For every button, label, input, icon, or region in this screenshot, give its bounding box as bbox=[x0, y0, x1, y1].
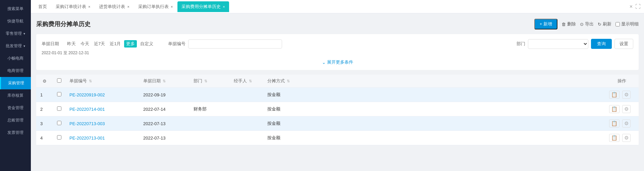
window-maximize-icon[interactable]: ⛶ bbox=[635, 4, 641, 10]
doc-number-label: 单据编号 bbox=[168, 41, 185, 47]
window-close-icon[interactable]: × bbox=[630, 4, 633, 10]
sidebar: 搜索菜单快捷导航零售管理 ▾批发管理 ▾小畅电商电商管理采购管理库存核算资金管理… bbox=[0, 0, 31, 171]
view-icon[interactable]: 📋 bbox=[609, 105, 620, 113]
table-header: ⚙单据编号 ⇅单据日期 ⇅部门 ⇅经手人 ⇅分摊方式 ⇅操作 bbox=[36, 75, 639, 88]
export-button[interactable]: ⊙ 导出 bbox=[580, 21, 594, 27]
row-checkbox[interactable] bbox=[57, 135, 61, 140]
main-content: 首页采购订单统计表×进货单统计表×采购订单执行表×采购费用分摊单历史× × ⛶ … bbox=[31, 0, 644, 171]
sort-icon-date: ⇅ bbox=[162, 79, 166, 83]
date-option-yesterday[interactable]: 昨天 bbox=[66, 40, 77, 48]
page-content: 采购费用分摊单历史 + 新增 🗑 删除 ⊙ 导出 ↻ 刷新 显示明细 bbox=[31, 13, 644, 171]
sidebar-item-quick[interactable]: 快捷导航 bbox=[0, 15, 31, 27]
th-doc_number[interactable]: 单据编号 ⇅ bbox=[65, 75, 139, 88]
dept-select[interactable] bbox=[528, 39, 588, 49]
cell-num: 1 bbox=[36, 88, 53, 102]
tab-close-icon[interactable]: × bbox=[88, 5, 90, 9]
tab-label: 采购费用分摊单历史 bbox=[181, 4, 221, 10]
cell-check[interactable] bbox=[53, 88, 65, 102]
add-button[interactable]: + 新增 bbox=[534, 19, 557, 29]
th-action: 操作 bbox=[605, 75, 639, 88]
cell-date: 2022-09-19 bbox=[139, 88, 190, 102]
show-brief-checkbox[interactable] bbox=[615, 22, 620, 26]
cell-doc-number[interactable]: PE-20220713-001 bbox=[65, 131, 139, 145]
tab-purchase-receive-stats[interactable]: 进货单统计表× bbox=[95, 1, 133, 12]
delete-icon: 🗑 bbox=[561, 22, 566, 27]
tab-label: 首页 bbox=[38, 4, 47, 10]
cell-doc-number[interactable]: PE-20220714-001 bbox=[65, 102, 139, 116]
tab-purchase-order-stats[interactable]: 采购订单统计表× bbox=[52, 1, 94, 12]
doc-number-link[interactable]: PE-20220919-002 bbox=[69, 92, 105, 97]
date-range-display: 2022-01-01 至 2022-12-31 bbox=[42, 50, 633, 56]
search-button[interactable]: 查询 bbox=[591, 39, 612, 49]
sidebar-item-accounting[interactable]: 总账管理 bbox=[0, 114, 31, 126]
tab-close-icon[interactable]: × bbox=[223, 5, 225, 9]
filter-row-1: 单据日期 昨天今天近7天近1月更多自定义 单据编号 部门 查询 设置 bbox=[42, 39, 633, 49]
cell-split-method: 按金额 bbox=[263, 88, 605, 102]
chevron-down-icon: ▾ bbox=[22, 32, 25, 35]
doc-number-link[interactable]: PE-20220714-001 bbox=[69, 107, 105, 112]
more-icon[interactable]: ⚙ bbox=[622, 105, 631, 113]
cell-check[interactable] bbox=[53, 116, 65, 131]
date-quick-options: 昨天今天近7天近1月更多自定义 bbox=[66, 40, 155, 48]
tab-purchase-order-exec[interactable]: 采购订单执行表× bbox=[134, 1, 177, 12]
sidebar-item-mini[interactable]: 小畅电商 bbox=[0, 52, 31, 65]
tab-bar: 首页采购订单统计表×进货单统计表×采购订单执行表×采购费用分摊单历史× × ⛶ bbox=[31, 0, 644, 13]
cell-handler bbox=[230, 88, 263, 102]
dept-label: 部门 bbox=[517, 41, 525, 47]
show-brief-checkbox-label[interactable]: 显示明细 bbox=[615, 21, 639, 27]
date-option-more[interactable]: 更多 bbox=[124, 40, 137, 48]
row-checkbox[interactable] bbox=[57, 92, 61, 96]
sidebar-item-invoice[interactable]: 发票管理 bbox=[0, 126, 31, 139]
tab-purchase-cost-history[interactable]: 采购费用分摊单历史× bbox=[177, 1, 229, 12]
cell-check[interactable] bbox=[53, 131, 65, 145]
expand-more-btn[interactable]: ⌄ 展开更多条件 bbox=[322, 59, 353, 65]
cell-action: 📋 ⚙ bbox=[605, 116, 639, 131]
more-icon[interactable]: ⚙ bbox=[622, 134, 631, 142]
data-table-container: ⚙单据编号 ⇅单据日期 ⇅部门 ⇅经手人 ⇅分摊方式 ⇅操作 1PE-20220… bbox=[36, 75, 639, 145]
view-icon[interactable]: 📋 bbox=[609, 119, 620, 127]
select-all-checkbox[interactable] bbox=[57, 78, 61, 83]
th-dept[interactable]: 部门 ⇅ bbox=[190, 75, 230, 88]
sidebar-item-retail[interactable]: 零售管理 ▾ bbox=[0, 27, 31, 40]
page-header: 采购费用分摊单历史 + 新增 🗑 删除 ⊙ 导出 ↻ 刷新 显示明细 bbox=[36, 19, 639, 29]
sidebar-item-ecommerce[interactable]: 电商管理 bbox=[0, 65, 31, 77]
date-option-today[interactable]: 今天 bbox=[79, 40, 91, 48]
refresh-icon: ↻ bbox=[598, 22, 601, 27]
doc-number-link[interactable]: PE-20220713-003 bbox=[69, 121, 105, 126]
cell-dept bbox=[190, 131, 230, 145]
date-filter-label: 单据日期 bbox=[42, 41, 59, 47]
cell-doc-number[interactable]: PE-20220713-003 bbox=[65, 116, 139, 131]
date-option-custom[interactable]: 自定义 bbox=[139, 40, 155, 48]
view-icon[interactable]: 📋 bbox=[609, 134, 620, 142]
tab-home[interactable]: 首页 bbox=[34, 1, 51, 12]
more-icon[interactable]: ⚙ bbox=[622, 119, 631, 127]
doc-number-filter: 单据编号 bbox=[168, 39, 282, 49]
window-actions: × ⛶ bbox=[630, 4, 641, 10]
th-split_method[interactable]: 分摊方式 ⇅ bbox=[263, 75, 605, 88]
row-checkbox[interactable] bbox=[57, 106, 61, 111]
sidebar-item-purchase[interactable]: 采购管理 bbox=[0, 77, 31, 89]
tab-close-icon[interactable]: × bbox=[171, 5, 173, 9]
sidebar-item-inventory[interactable]: 库存核算 bbox=[0, 89, 31, 102]
th-check bbox=[53, 75, 65, 88]
th-handler[interactable]: 经手人 ⇅ bbox=[230, 75, 263, 88]
tab-close-icon[interactable]: × bbox=[127, 5, 129, 9]
date-option-last1month[interactable]: 近1月 bbox=[108, 40, 122, 48]
sidebar-item-search[interactable]: 搜索菜单 bbox=[0, 3, 31, 15]
refresh-button[interactable]: ↻ 刷新 bbox=[598, 21, 611, 27]
gear-icon[interactable]: ⚙ bbox=[43, 79, 47, 84]
setting-button[interactable]: 设置 bbox=[614, 39, 633, 49]
cell-check[interactable] bbox=[53, 102, 65, 116]
delete-button[interactable]: 🗑 删除 bbox=[561, 21, 576, 27]
doc-number-link[interactable]: PE-20220713-001 bbox=[69, 136, 105, 141]
more-icon[interactable]: ⚙ bbox=[622, 91, 631, 99]
view-icon[interactable]: 📋 bbox=[609, 91, 620, 99]
date-option-last7days[interactable]: 近7天 bbox=[93, 40, 106, 48]
sidebar-item-wholesale[interactable]: 批发管理 ▾ bbox=[0, 40, 31, 52]
doc-number-input[interactable] bbox=[188, 39, 282, 49]
chevron-down-icon: ▾ bbox=[22, 44, 25, 48]
th-date[interactable]: 单据日期 ⇅ bbox=[139, 75, 190, 88]
sidebar-item-finance[interactable]: 资金管理 bbox=[0, 102, 31, 114]
cell-doc-number[interactable]: PE-20220919-002 bbox=[65, 88, 139, 102]
row-checkbox[interactable] bbox=[57, 121, 61, 125]
